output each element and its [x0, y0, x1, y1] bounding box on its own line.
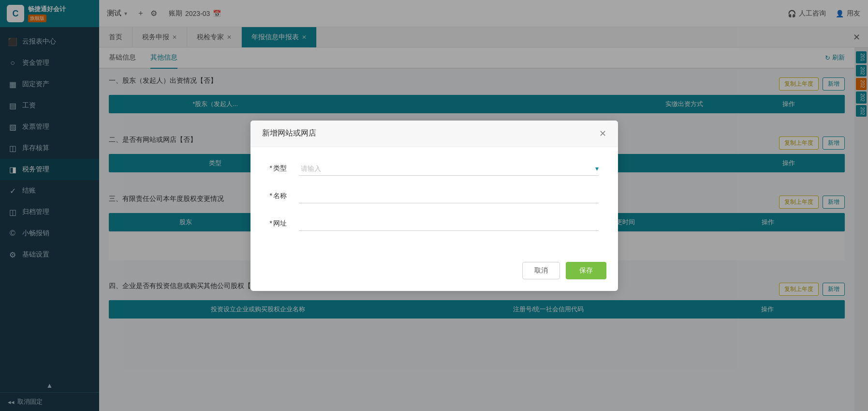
type-dropdown-icon[interactable]: ▾	[595, 165, 599, 172]
name-input[interactable]	[299, 189, 599, 203]
form-row-type: *类型 ▾	[270, 162, 599, 176]
type-label: *类型	[270, 164, 299, 173]
name-required-mark: *	[270, 192, 272, 199]
modal-close-button[interactable]: ✕	[599, 128, 606, 139]
form-row-name: *名称	[270, 189, 599, 203]
modal-footer: 取消 保存	[250, 254, 618, 291]
modal-add-website: 新增网站或网店 ✕ *类型 ▾ *名称	[250, 121, 618, 291]
cancel-button[interactable]: 取消	[522, 262, 560, 279]
name-label: *名称	[270, 192, 299, 200]
name-input-wrap	[299, 189, 599, 203]
modal-header: 新增网站或网店 ✕	[250, 121, 618, 147]
form-row-url: *网址	[270, 217, 599, 231]
url-label: *网址	[270, 219, 299, 228]
save-button[interactable]: 保存	[566, 262, 606, 279]
modal-body: *类型 ▾ *名称 *网址	[250, 147, 618, 254]
url-required-mark: *	[270, 219, 272, 227]
modal-overlay: 新增网站或网店 ✕ *类型 ▾ *名称	[0, 0, 868, 411]
url-input[interactable]	[299, 217, 599, 230]
type-input[interactable]	[299, 162, 595, 175]
url-input-wrap	[299, 217, 599, 231]
type-input-wrap: ▾	[299, 162, 599, 176]
type-required-mark: *	[270, 164, 272, 172]
modal-title: 新增网站或网店	[262, 128, 316, 138]
